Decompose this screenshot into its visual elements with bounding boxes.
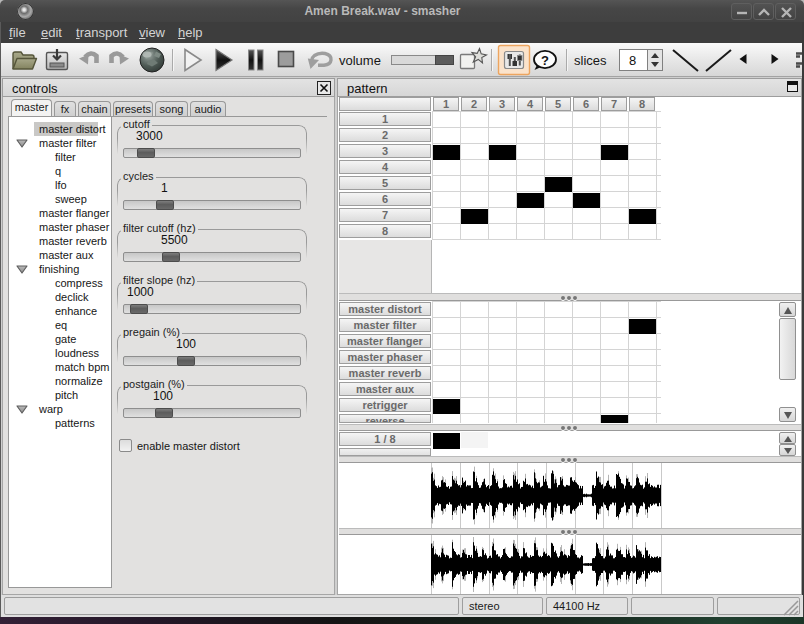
svg-text:8: 8 [629,53,636,68]
svg-text:?: ? [541,53,549,68]
